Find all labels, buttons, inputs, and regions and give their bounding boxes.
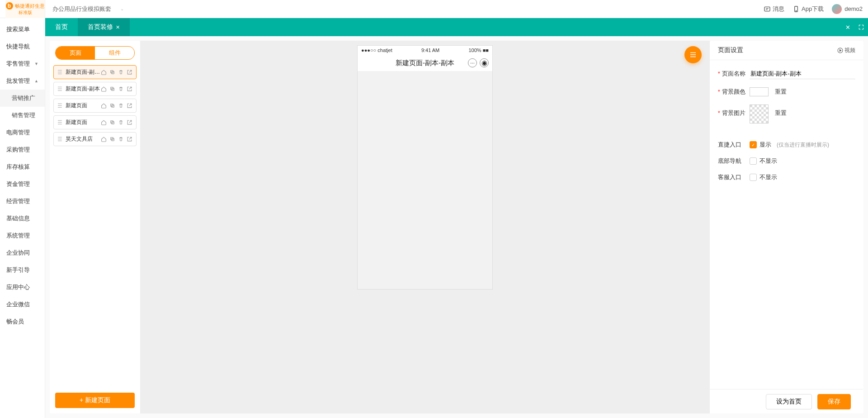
share-icon[interactable] <box>127 69 132 75</box>
live-entry-checkbox[interactable]: ✓ 显示 (仅当进行直播时展示) <box>750 141 829 149</box>
page-list-item[interactable]: ☰新建页面 <box>53 115 137 129</box>
page-list-panel: 页面 组件 ☰新建页面-副本-...☰新建页面-副本☰新建页面☰新建页面☰昊天文… <box>50 41 140 413</box>
video-link[interactable]: 视频 <box>837 47 855 54</box>
copy-icon[interactable] <box>109 69 115 75</box>
chevron-down-icon: ⌄ <box>120 6 124 11</box>
sidebar-item[interactable]: 系统管理 <box>0 227 45 244</box>
share-icon[interactable] <box>127 103 132 109</box>
user-menu[interactable]: demo2 <box>832 4 863 14</box>
home-icon[interactable] <box>101 69 107 75</box>
messages-link[interactable]: 消息 <box>764 5 784 13</box>
sidebar-item[interactable]: 资金管理 <box>0 176 45 193</box>
page-list-item[interactable]: ☰新建页面 <box>53 99 137 113</box>
copy-icon[interactable] <box>109 103 115 109</box>
seg-component[interactable]: 组件 <box>95 47 134 59</box>
delete-icon[interactable] <box>118 69 124 75</box>
target-icon: ◉ <box>480 58 489 67</box>
reset-bg-color[interactable]: 重置 <box>775 88 787 96</box>
copy-icon[interactable] <box>109 136 115 142</box>
chevron-up-icon: ▲ <box>34 79 38 83</box>
settings-panel: 页面设置 视频 *页面名称 *背景颜色 重置 <box>710 41 863 413</box>
reset-bg-image[interactable]: 重置 <box>775 104 787 117</box>
bottom-nav-checkbox[interactable]: 不显示 <box>750 157 777 165</box>
avatar <box>832 4 842 14</box>
sidebar-item[interactable]: 零售管理▼ <box>0 55 45 72</box>
copy-icon[interactable] <box>109 119 115 125</box>
service-checkbox[interactable]: 不显示 <box>750 173 777 181</box>
svg-rect-0 <box>764 7 770 11</box>
fullscreen-icon[interactable] <box>854 18 868 36</box>
chevron-down-icon: ▼ <box>34 62 38 66</box>
save-button[interactable]: 保存 <box>817 394 851 409</box>
sidebar: 搜索菜单 快捷导航零售管理▼批发管理▲营销推广销售管理电商管理采购管理库存核算资… <box>0 18 45 418</box>
home-icon[interactable] <box>101 136 107 142</box>
phone-icon <box>793 5 800 13</box>
layers-fab[interactable] <box>684 46 702 63</box>
footer-actions: 设为首页 保存 <box>710 389 863 413</box>
sidebar-item[interactable]: 经营管理 <box>0 193 45 210</box>
org-selector[interactable]: 办公用品行业模拟账套 ⌄ <box>52 5 124 13</box>
user-name: demo2 <box>844 5 863 12</box>
drag-icon: ☰ <box>57 119 63 126</box>
bg-color-swatch[interactable] <box>750 87 769 96</box>
sidebar-item[interactable]: 基础信息 <box>0 210 45 227</box>
org-selector-label: 办公用品行业模拟账套 <box>52 5 111 13</box>
sidebar-item[interactable]: 畅会员 <box>0 313 45 330</box>
sidebar-item[interactable]: 企业协同 <box>0 244 45 261</box>
sidebar-search[interactable]: 搜索菜单 <box>0 21 45 38</box>
delete-icon[interactable] <box>118 103 124 109</box>
phone-titlebar: 新建页面-副本-副本 ··· ◉ <box>358 55 492 71</box>
phone-canvas[interactable] <box>358 71 492 289</box>
new-page-button[interactable]: + 新建页面 <box>55 393 135 408</box>
sidebar-item[interactable]: 库存核算 <box>0 158 45 176</box>
tab-close-all[interactable]: ✕ <box>841 18 854 36</box>
sidebar-item[interactable]: 销售管理 <box>0 107 45 124</box>
page-list-item[interactable]: ☰昊天文具店 <box>53 132 137 146</box>
phone-status-bar: ●●●○○ chatjet 9:41 AM 100% ■■ <box>358 46 492 55</box>
share-icon[interactable] <box>127 86 132 92</box>
phone-preview: ●●●○○ chatjet 9:41 AM 100% ■■ 新建页面-副本-副本… <box>357 45 493 290</box>
copy-icon[interactable] <box>109 86 115 92</box>
tab-home[interactable]: 首页 <box>45 18 78 36</box>
tab-page-design[interactable]: 首页装修 ✕ <box>78 18 130 36</box>
page-name: 昊天文具店 <box>66 135 101 143</box>
set-home-button[interactable]: 设为首页 <box>766 394 812 409</box>
sidebar-item[interactable]: 新手引导 <box>0 261 45 279</box>
canvas-area: ●●●○○ chatjet 9:41 AM 100% ■■ 新建页面-副本-副本… <box>140 41 710 413</box>
home-icon[interactable] <box>101 103 107 109</box>
sidebar-item[interactable]: 营销推广 <box>0 90 45 107</box>
page-list-item[interactable]: ☰新建页面-副本 <box>53 82 137 96</box>
settings-title: 页面设置 <box>718 46 743 54</box>
sidebar-item[interactable]: 企业微信 <box>0 296 45 313</box>
share-icon[interactable] <box>127 119 132 125</box>
message-icon <box>764 5 771 13</box>
logo-text: 畅捷通好生意 <box>15 3 45 10</box>
sidebar-item[interactable]: 采购管理 <box>0 141 45 158</box>
sidebar-item[interactable]: 批发管理▲ <box>0 72 45 90</box>
drag-icon: ☰ <box>57 136 63 142</box>
page-name-input[interactable] <box>750 68 855 79</box>
sidebar-item[interactable]: 应用中心 <box>0 279 45 296</box>
sidebar-item[interactable]: 快捷导航 <box>0 38 45 55</box>
svg-marker-14 <box>840 49 841 51</box>
bg-image-picker[interactable] <box>750 104 769 124</box>
home-icon[interactable] <box>101 86 107 92</box>
phone-time: 9:41 AM <box>421 48 439 53</box>
page-list-item[interactable]: ☰新建页面-副本-... <box>53 65 137 79</box>
seg-page[interactable]: 页面 <box>56 47 95 59</box>
logo: b 畅捷通好生意 标准版 <box>5 0 45 18</box>
delete-icon[interactable] <box>118 86 124 92</box>
app-download-link[interactable]: App下载 <box>793 5 824 13</box>
menu-dots-icon: ··· <box>468 58 477 67</box>
drag-icon: ☰ <box>57 103 63 109</box>
delete-icon[interactable] <box>118 119 124 125</box>
close-icon[interactable]: ✕ <box>116 24 120 30</box>
drag-icon: ☰ <box>57 86 63 92</box>
field-bg-image: *背景图片 重置 <box>718 104 855 124</box>
home-icon[interactable] <box>101 119 107 125</box>
sidebar-item[interactable]: 电商管理 <box>0 124 45 141</box>
delete-icon[interactable] <box>118 136 124 142</box>
share-icon[interactable] <box>127 136 132 142</box>
page-name: 新建页面 <box>66 102 101 109</box>
svg-point-2 <box>796 10 796 11</box>
